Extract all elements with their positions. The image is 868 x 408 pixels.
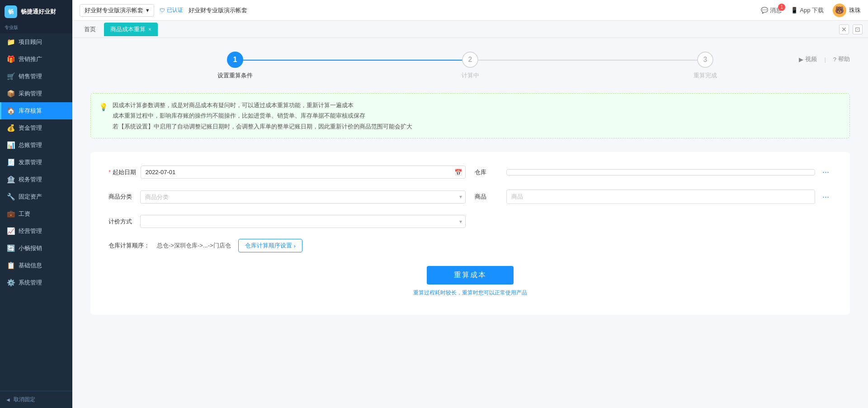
product-dots-button[interactable]: ··· xyxy=(820,192,832,202)
info-line-1: 因成本计算参数调整，或是对商品成本有疑问时，可以通过成本重算功能，重新计算一遍成… xyxy=(113,100,412,110)
sidebar-header: 畅 畅捷通好业财 xyxy=(0,0,72,24)
submit-button[interactable]: 重算成本 xyxy=(427,266,514,285)
tabbar-controls: ✕ ⊡ xyxy=(839,24,863,34)
sidebar-label-invoice: 发票管理 xyxy=(19,158,42,166)
tab-cost-recalc-close[interactable]: × xyxy=(148,26,151,33)
sidebar-item-operation[interactable]: 📈 经营管理 xyxy=(0,223,72,240)
form-group-warehouse: 仓库 ··· xyxy=(475,167,832,177)
sidebar-label-system: 系统管理 xyxy=(19,279,42,287)
sidebar-icon-tax: 🏦 xyxy=(7,176,15,184)
app-download-button[interactable]: 📱 App 下载 xyxy=(791,6,824,14)
divider: | xyxy=(824,56,826,63)
sidebar-label-sales: 销售管理 xyxy=(19,72,42,81)
step-1-circle: 1 xyxy=(227,52,243,68)
sidebar-icon-sales: 🛒 xyxy=(7,72,15,81)
phone-icon: 📱 xyxy=(791,7,798,14)
sidebar-item-salary[interactable]: 💼 工资 xyxy=(0,205,72,223)
sidebar-item-basic[interactable]: 📋 基础信息 xyxy=(0,257,72,274)
tab-cost-recalc-label: 商品成本重算 xyxy=(110,25,146,33)
sidebar-item-expense[interactable]: 🔄 小畅报销 xyxy=(0,240,72,257)
sidebar-icon-system: ⚙️ xyxy=(7,279,15,287)
verified-badge: 🛡 已认证 xyxy=(160,6,183,14)
step-1-num: 1 xyxy=(233,56,237,64)
account-selector[interactable]: 好业财专业版演示帐套 ▾ xyxy=(80,4,154,17)
sidebar-label-tax: 税务管理 xyxy=(19,176,42,184)
username-label: 珠珠 xyxy=(849,6,861,14)
info-box: 💡 因成本计算参数调整，或是对商品成本有疑问时，可以通过成本重算功能，重新计算一… xyxy=(90,93,850,138)
step-3-label: 重算完成 xyxy=(693,71,717,80)
warehouse-dots-button[interactable]: ··· xyxy=(820,167,832,177)
sidebar-item-project[interactable]: 📁 项目顾问 xyxy=(0,33,72,51)
form-row-2: 商品分类 商品分类 ▾ 商品 商品 ··· xyxy=(108,190,832,204)
logo-text: 畅 xyxy=(8,8,14,16)
wizard-helpers: ▶ 视频 | ? 帮助 xyxy=(799,55,850,63)
dropdown-icon: ▾ xyxy=(146,7,149,14)
message-button[interactable]: 💬 消息 1 xyxy=(761,6,782,14)
warehouse-field[interactable] xyxy=(506,169,815,176)
sidebar-item-invoice[interactable]: 🧾 发票管理 xyxy=(0,154,72,171)
product-field[interactable]: 商品 xyxy=(506,190,815,204)
sidebar-nav: 📁 项目顾问 🎁 营销推广 🛒 销售管理 📦 采购管理 🏠 库存核算 💰 资金管… xyxy=(0,33,72,391)
sidebar: 畅 畅捷通好业财 专业版 📁 项目顾问 🎁 营销推广 🛒 销售管理 📦 采购管理… xyxy=(0,0,72,408)
sidebar-label-purchase: 采购管理 xyxy=(19,90,42,98)
tab-home[interactable]: 首页 xyxy=(78,23,102,36)
sidebar-icon-operation: 📈 xyxy=(7,227,15,235)
video-help-button[interactable]: ▶ 视频 xyxy=(799,55,817,63)
video-label: 视频 xyxy=(805,55,817,63)
close-tab-button[interactable]: ✕ xyxy=(839,24,849,34)
sidebar-label-accounting: 总账管理 xyxy=(19,141,42,149)
verified-label: 已认证 xyxy=(167,6,183,14)
sidebar-label-marketing: 营销推广 xyxy=(19,55,42,63)
sidebar-item-tax[interactable]: 🏦 税务管理 xyxy=(0,171,72,188)
account-select-text: 好业财专业版演示帐套 xyxy=(85,6,143,14)
sidebar-item-finance[interactable]: 💰 资金管理 xyxy=(0,119,72,137)
step-1-label: 设置重算条件 xyxy=(217,71,253,80)
calc-order-btn-label: 仓库计算顺序设置 xyxy=(245,242,292,250)
sidebar-item-accounting[interactable]: 📊 总账管理 xyxy=(0,137,72,154)
sidebar-icon-marketing: 🎁 xyxy=(7,55,15,63)
submit-area: 重算成本 重算过程耗时较长，重算时您可以正常使用产品 xyxy=(108,266,832,297)
sidebar-item-sales[interactable]: 🛒 销售管理 xyxy=(0,68,72,85)
calendar-icon[interactable]: 📅 xyxy=(454,169,462,176)
category-label: 商品分类 xyxy=(108,193,136,201)
wizard-steps: 1 设置重算条件 2 计算中 3 重算完成 xyxy=(90,52,850,80)
chevron-right-icon: › xyxy=(294,242,296,249)
info-line-3: 若【系统设置】中启用了自动调整记账日期时，会调整入库单的整单记账日期，因此重新计… xyxy=(113,121,412,132)
submit-btn-label: 重算成本 xyxy=(454,271,486,279)
message-badge: 1 xyxy=(778,4,785,11)
sidebar-label-basic: 基础信息 xyxy=(19,261,42,270)
start-date-input[interactable] xyxy=(141,166,466,179)
help-button[interactable]: ? 帮助 xyxy=(833,55,850,63)
calc-order-settings-button[interactable]: 仓库计算顺序设置 › xyxy=(238,239,302,252)
info-box-content: 因成本计算参数调整，或是对商品成本有疑问时，可以通过成本重算功能，重新计算一遍成… xyxy=(113,100,412,132)
sidebar-item-purchase[interactable]: 📦 采购管理 xyxy=(0,85,72,102)
main-area: 好业财专业版演示帐套 ▾ 🛡 已认证 好业财专业版演示帐套 💬 消息 1 📱 A… xyxy=(72,0,868,408)
pricing-label: 计价方式 xyxy=(108,218,136,226)
step-2: 2 计算中 xyxy=(353,52,588,80)
sidebar-item-marketing[interactable]: 🎁 营销推广 xyxy=(0,51,72,68)
sidebar-icon-invoice: 🧾 xyxy=(7,158,15,166)
sidebar-icon-inventory: 🏠 xyxy=(7,107,15,115)
sidebar-icon-expense: 🔄 xyxy=(7,244,15,252)
info-line-2: 成本重算过程中，影响库存账的操作均不能操作，比如进货单、销货单、库存单据不能审核… xyxy=(113,110,412,121)
sidebar-label-inventory: 库存核算 xyxy=(19,107,42,115)
sidebar-icon-basic: 📋 xyxy=(7,261,15,270)
pricing-select[interactable] xyxy=(140,215,466,228)
tab-cost-recalc[interactable]: 商品成本重算 × xyxy=(104,23,158,36)
user-area[interactable]: 🐻 珠珠 xyxy=(833,4,861,17)
help-label: 帮助 xyxy=(838,55,850,63)
warehouse-label: 仓库 xyxy=(475,168,502,176)
tab-home-label: 首页 xyxy=(84,25,96,33)
sidebar-item-assets[interactable]: 🔧 固定资产 xyxy=(0,188,72,205)
category-select-wrapper: 商品分类 ▾ xyxy=(140,190,466,204)
message-icon: 💬 xyxy=(761,7,768,14)
category-select[interactable]: 商品分类 xyxy=(140,190,466,204)
help-icon: ? xyxy=(833,56,836,63)
content-area: 1 设置重算条件 2 计算中 3 重算完成 xyxy=(72,38,868,408)
step-2-line xyxy=(470,60,705,61)
sidebar-footer-collapse[interactable]: ◄ 取消固定 xyxy=(0,391,72,408)
sidebar-item-system[interactable]: ⚙️ 系统管理 xyxy=(0,274,72,291)
maximize-button[interactable]: ⊡ xyxy=(853,24,863,34)
step-1: 1 设置重算条件 xyxy=(118,52,353,80)
sidebar-item-inventory[interactable]: 🏠 库存核算 xyxy=(0,102,72,119)
